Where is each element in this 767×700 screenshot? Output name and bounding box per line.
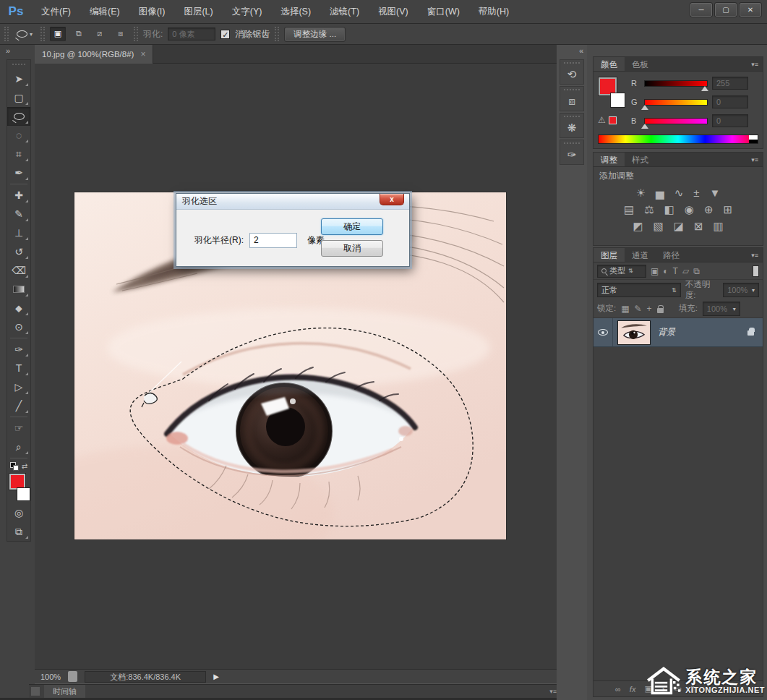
layer-effects-icon[interactable]: fx <box>630 685 636 693</box>
line-tool[interactable]: ╱ <box>7 396 30 415</box>
gamut-color-swatch[interactable] <box>609 116 617 124</box>
filter-toggle-switch[interactable] <box>753 265 759 277</box>
lock-position-icon[interactable]: + <box>647 304 652 314</box>
red-value-input[interactable]: 255 <box>712 77 748 90</box>
menu-view[interactable]: 视图(V) <box>369 6 418 18</box>
pen-tool[interactable]: ✑ <box>7 340 30 359</box>
clone-stamp-tool[interactable]: ⊥ <box>7 223 30 242</box>
tab-layers[interactable]: 图层 <box>594 248 625 262</box>
lasso-tool[interactable] <box>7 107 30 126</box>
background-layer-row[interactable]: 背景 <box>594 318 763 347</box>
gradient-tool[interactable] <box>7 280 30 299</box>
ok-button[interactable]: 确定 <box>321 218 383 235</box>
brush-panel-button[interactable]: ❋ <box>560 113 584 138</box>
move-tool[interactable]: ➤ <box>7 69 30 88</box>
eyedropper-tool[interactable]: ✒ <box>7 163 30 182</box>
feather-radius-input[interactable]: 2 <box>249 233 297 248</box>
quick-selection-tool[interactable]: ◌ <box>7 126 30 145</box>
swap-colors-icon[interactable]: ⇄ <box>22 462 27 471</box>
black-white-icon[interactable]: ◧ <box>664 204 674 215</box>
minimize-button[interactable]: ─ <box>690 3 712 17</box>
lock-all-icon[interactable] <box>657 308 664 313</box>
document-tab[interactable]: 10.jpg @ 100%(RGB/8#) × <box>35 45 153 64</box>
menu-file[interactable]: 文件(F) <box>32 6 80 18</box>
red-slider[interactable] <box>644 80 708 87</box>
menu-image[interactable]: 图像(I) <box>129 6 175 18</box>
menu-layer[interactable]: 图层(L) <box>174 6 222 18</box>
panel-menu-icon[interactable]: ▾≡ <box>751 153 758 166</box>
close-icon[interactable]: × <box>140 49 145 59</box>
tab-swatches[interactable]: 色板 <box>625 57 656 71</box>
add-selection-button[interactable]: ⧉ <box>71 27 87 41</box>
curves-icon[interactable]: ∿ <box>674 187 684 199</box>
subtract-selection-button[interactable]: ⧄ <box>92 27 108 41</box>
filter-type-layers-icon[interactable]: T <box>673 266 678 276</box>
background-color-swatch[interactable] <box>17 487 30 501</box>
filter-shape-layers-icon[interactable]: ▱ <box>682 266 689 276</box>
timeline-menu-icon[interactable]: ▾≡ <box>549 688 557 695</box>
blue-slider[interactable] <box>644 118 708 124</box>
threshold-icon[interactable]: ◪ <box>674 221 684 232</box>
blue-value-input[interactable]: 0 <box>712 114 748 127</box>
fill-input[interactable]: 100% ▾ <box>703 302 740 316</box>
color-spectrum-ramp[interactable] <box>598 135 758 144</box>
layers-list-empty-area[interactable] <box>594 347 763 680</box>
filter-adjustment-layers-icon[interactable]: ◐ <box>663 266 668 276</box>
brush-tool[interactable]: ✎ <box>7 205 30 223</box>
menu-window[interactable]: 窗口(W) <box>418 6 469 18</box>
posterize-icon[interactable]: ▧ <box>654 221 664 232</box>
lock-transparency-icon[interactable]: ▦ <box>621 304 629 314</box>
toolbar-collapse-icon[interactable]: » <box>6 46 9 55</box>
channel-mixer-icon[interactable]: ⊕ <box>704 204 714 215</box>
green-value-input[interactable]: 0 <box>712 95 748 108</box>
maximize-button[interactable]: ▢ <box>715 3 737 17</box>
layer-filter-type-select[interactable]: 类型 ⇅ <box>597 265 646 278</box>
menu-select[interactable]: 选择(S) <box>271 6 320 18</box>
timeline-panel-icon[interactable] <box>31 687 40 696</box>
filter-pixel-layers-icon[interactable]: ▣ <box>651 266 659 276</box>
green-slider[interactable] <box>644 99 708 106</box>
new-selection-button[interactable]: ▣ <box>50 27 66 41</box>
menu-filter[interactable]: 滤镜(T) <box>320 6 369 18</box>
screen-mode-button[interactable]: ⧉ <box>7 522 30 541</box>
intersect-selection-button[interactable]: ⧈ <box>113 27 129 41</box>
history-brush-tool[interactable]: ↺ <box>7 242 30 261</box>
zoom-level[interactable]: 100% <box>40 673 61 681</box>
crop-tool[interactable]: ⌗ <box>7 145 30 163</box>
brightness-contrast-icon[interactable]: ☀ <box>636 187 646 199</box>
history-panel-button[interactable]: ⟲ <box>560 59 584 85</box>
panel-menu-icon[interactable]: ▾≡ <box>751 57 758 71</box>
invert-icon[interactable]: ◩ <box>633 221 643 232</box>
canvas-area[interactable]: 羽化选区 x 羽化半径(R): 2 像素 确定 取消 <box>35 64 557 669</box>
gradient-map-icon[interactable]: ▥ <box>713 221 723 232</box>
tab-channels[interactable]: 通道 <box>625 248 656 262</box>
hue-saturation-icon[interactable]: ▤ <box>624 204 634 215</box>
color-lookup-icon[interactable]: ⊞ <box>723 204 732 215</box>
background-color-swatch[interactable] <box>610 93 625 108</box>
menu-edit[interactable]: 编辑(E) <box>80 6 129 18</box>
status-expand-icon[interactable]: ▶ <box>213 673 219 680</box>
filter-smart-objects-icon[interactable]: ⧉ <box>693 266 700 276</box>
dialog-close-button[interactable]: x <box>380 194 404 205</box>
menu-type[interactable]: 文字(Y) <box>223 6 272 18</box>
lasso-tool-preset[interactable]: ▾ <box>14 29 35 39</box>
layer-visibility-toggle[interactable] <box>594 318 613 346</box>
dialog-title-bar[interactable]: 羽化选区 <box>176 194 409 210</box>
color-balance-icon[interactable]: ⚖ <box>644 204 654 215</box>
properties-panel-button[interactable]: ⧈ <box>560 86 584 111</box>
tab-adjustments[interactable]: 调整 <box>594 153 625 166</box>
link-layers-icon[interactable]: ∞ <box>615 685 621 693</box>
path-selection-tool[interactable]: ▷ <box>7 377 30 396</box>
hand-tool[interactable]: ☞ <box>7 419 30 438</box>
quick-mask-button[interactable]: ◎ <box>7 503 30 522</box>
antialias-checkbox[interactable]: ✓ <box>220 30 230 39</box>
lock-pixels-icon[interactable]: ✎ <box>635 304 642 314</box>
clone-source-panel-button[interactable]: ✑ <box>560 140 584 165</box>
opacity-input[interactable]: 100% ▾ <box>723 283 759 297</box>
black-swatch[interactable] <box>749 140 758 143</box>
blend-mode-select[interactable]: 正常 ⇅ <box>597 283 681 297</box>
healing-brush-tool[interactable]: ✚ <box>7 186 30 205</box>
type-tool[interactable]: T <box>7 359 30 377</box>
marquee-tool[interactable]: ▢ <box>7 88 30 107</box>
cancel-button[interactable]: 取消 <box>321 240 383 257</box>
